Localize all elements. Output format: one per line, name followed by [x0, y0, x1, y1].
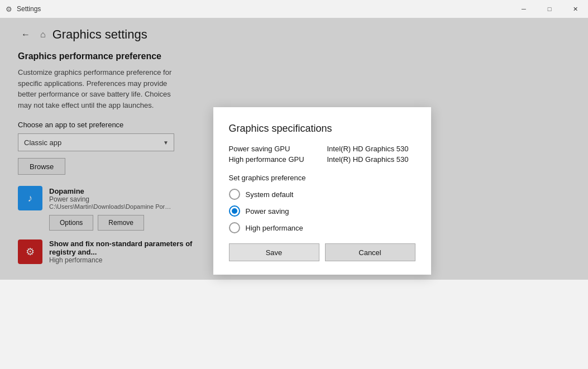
pref-label: Set graphics preference [229, 174, 415, 182]
title-bar-controls: ─ □ ✕ [511, 0, 588, 18]
cancel-button[interactable]: Cancel [325, 243, 415, 261]
modal-dialog: Graphics specifications Power saving GPU… [213, 107, 431, 275]
radio-label-high-performance: High performance [246, 224, 303, 232]
maximize-button[interactable]: □ [537, 0, 562, 18]
title-bar-icon: ⚙ [6, 5, 12, 13]
radio-group: System default Power saving High perform… [229, 189, 415, 233]
save-button[interactable]: Save [229, 243, 319, 261]
main-content: ← ⌂ Graphics settings Graphics performan… [0, 18, 588, 280]
radio-button-system-default[interactable] [229, 189, 240, 200]
modal-overlay: Graphics specifications Power saving GPU… [0, 18, 588, 280]
radio-label-system-default: System default [246, 190, 294, 199]
minimize-button[interactable]: ─ [511, 0, 537, 18]
modal-title: Graphics specifications [229, 123, 415, 135]
radio-button-high-performance[interactable] [229, 222, 240, 233]
title-bar-title: Settings [17, 5, 41, 13]
radio-label-power-saving: Power saving [246, 207, 289, 215]
close-button[interactable]: ✕ [562, 0, 588, 18]
spec-label-power-saving: Power saving GPU [229, 145, 318, 153]
specs-table: Power saving GPU Intel(R) HD Graphics 53… [229, 145, 415, 164]
spec-value-high-perf: Intel(R) HD Graphics 530 [327, 155, 409, 164]
spec-row-high-perf: High performance GPU Intel(R) HD Graphic… [229, 155, 415, 164]
radio-item-power-saving[interactable]: Power saving [229, 205, 415, 217]
radio-button-power-saving[interactable] [229, 205, 240, 217]
radio-item-system-default[interactable]: System default [229, 189, 415, 200]
radio-inner-power-saving [232, 208, 237, 214]
modal-buttons: Save Cancel [229, 243, 415, 261]
title-bar: ⚙ Settings ─ □ ✕ [0, 0, 588, 18]
radio-item-high-performance[interactable]: High performance [229, 222, 415, 233]
title-bar-left: ⚙ Settings [6, 5, 41, 13]
spec-label-high-perf: High performance GPU [229, 155, 318, 164]
spec-row-power-saving: Power saving GPU Intel(R) HD Graphics 53… [229, 145, 415, 153]
spec-value-power-saving: Intel(R) HD Graphics 530 [327, 145, 409, 153]
